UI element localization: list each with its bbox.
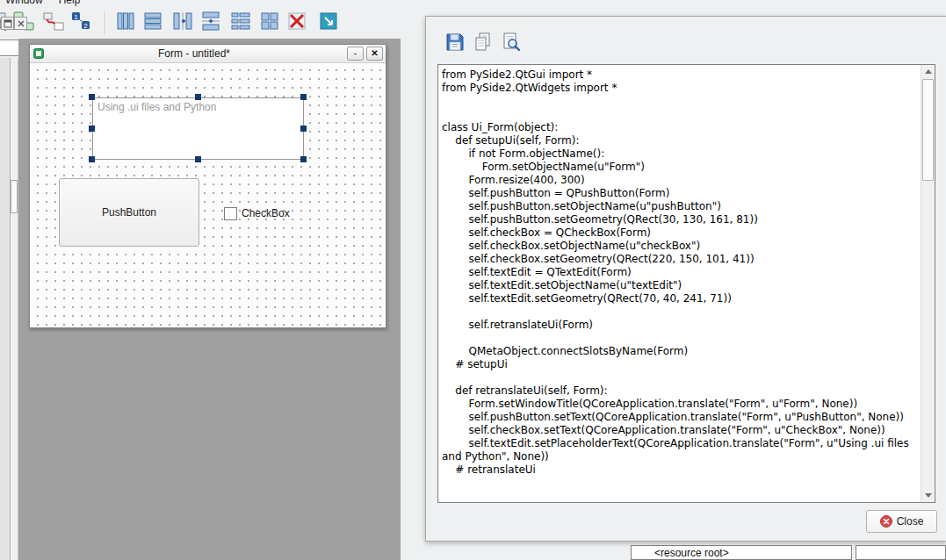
svg-text:1: 1 — [74, 13, 78, 21]
selection-handle[interactable] — [300, 156, 307, 162]
selection-handle[interactable] — [89, 126, 95, 132]
lay-out-horizontally-in-splitter-icon — [172, 11, 193, 35]
dock-close-button[interactable] — [14, 17, 27, 30]
save-button[interactable] — [444, 32, 466, 55]
form-canvas[interactable]: Using .ui files and Python PushButton Ch… — [30, 63, 386, 327]
adjust-size-icon — [318, 11, 339, 35]
checkbox-indicator[interactable] — [224, 207, 237, 220]
edit-buddies-icon — [43, 11, 64, 35]
application-window: Window Help 12 — [0, 0, 946, 560]
resource-panel-cell[interactable] — [856, 545, 946, 560]
arrow-down-icon — [925, 493, 932, 498]
lay-out-horizontally-icon — [115, 11, 136, 35]
code-preview-dialog: from PySide2.QtGui import * from PySide2… — [425, 16, 946, 542]
checkbox-label: CheckBox — [242, 207, 290, 219]
toolbar-separator — [105, 11, 106, 34]
copy-all-button[interactable] — [472, 32, 495, 55]
left-dock-panel — [0, 58, 11, 560]
scrollbar-thumb[interactable] — [922, 79, 934, 181]
scroll-down-button[interactable] — [921, 489, 935, 502]
close-button-label: Close — [897, 515, 924, 528]
menu-bar: Window Help — [0, 0, 946, 7]
lay-out-vertically-icon — [142, 11, 163, 35]
generated-code[interactable]: from PySide2.QtGui import * from PySide2… — [438, 65, 921, 502]
textedit-widget[interactable]: Using .ui files and Python — [92, 97, 304, 160]
textedit-placeholder: Using .ui files and Python — [93, 98, 303, 116]
left-dock-scrollbar-thumb[interactable] — [11, 180, 18, 213]
scroll-up-button[interactable] — [921, 65, 935, 78]
arrow-up-icon — [925, 69, 932, 74]
dock-float-button[interactable] — [1, 17, 14, 30]
edit-buddies-button[interactable] — [42, 11, 65, 34]
find-icon — [501, 32, 522, 56]
lay-out-in-grid-icon — [259, 11, 280, 35]
lay-out-vertically-in-splitter-button[interactable] — [199, 11, 222, 34]
break-layout-icon — [286, 11, 307, 35]
code-view[interactable]: from PySide2.QtGui import * from PySide2… — [437, 64, 935, 503]
find-button[interactable] — [500, 32, 523, 55]
close-dialog-icon — [880, 515, 892, 528]
pushbutton-widget[interactable]: PushButton — [59, 178, 199, 247]
selection-handle[interactable] — [89, 94, 95, 100]
adjust-size-button[interactable] — [317, 11, 340, 34]
copy-icon — [473, 32, 494, 56]
menu-window[interactable]: Window — [5, 0, 43, 6]
form-window-title: Form - untitled* — [44, 47, 344, 60]
lay-out-horizontally-in-splitter-button[interactable] — [171, 11, 194, 34]
lay-out-in-grid-button[interactable] — [258, 11, 281, 34]
save-icon — [444, 32, 466, 56]
close-button[interactable]: Close — [866, 510, 937, 533]
selection-handle[interactable] — [195, 94, 201, 100]
selection-handle[interactable] — [195, 156, 201, 162]
checkbox-widget[interactable]: CheckBox — [224, 205, 290, 222]
selection-handle[interactable] — [300, 94, 307, 100]
lay-out-vertically-button[interactable] — [141, 11, 164, 34]
svg-text:2: 2 — [83, 22, 88, 30]
resource-root-item[interactable]: <resource root> — [631, 545, 852, 560]
selection-handle[interactable] — [300, 126, 307, 132]
edit-tab-order-button[interactable]: 12 — [70, 11, 93, 34]
edit-tab-order-icon: 12 — [71, 11, 92, 35]
form-window-titlebar[interactable]: Form - untitled* - ✕ — [30, 45, 386, 63]
lay-out-in-form-layout-button[interactable] — [229, 11, 252, 34]
menu-help[interactable]: Help — [59, 0, 81, 6]
code-vertical-scrollbar[interactable] — [921, 65, 935, 502]
form-window-icon — [33, 48, 44, 59]
dock-float-icon — [4, 16, 12, 32]
break-layout-button[interactable] — [285, 11, 308, 34]
form-close-button[interactable]: ✕ — [366, 47, 383, 61]
left-dock-scrollbar[interactable] — [11, 58, 18, 560]
lay-out-in-form-layout-icon — [230, 11, 251, 35]
lay-out-vertically-in-splitter-icon — [200, 11, 221, 35]
form-minimize-button[interactable]: - — [347, 47, 364, 61]
selection-handle[interactable] — [89, 156, 95, 162]
dock-close-icon — [17, 16, 25, 32]
lay-out-horizontally-button[interactable] — [114, 11, 137, 34]
form-designer-window: Form - untitled* - ✕ Using .ui files and… — [29, 44, 386, 328]
